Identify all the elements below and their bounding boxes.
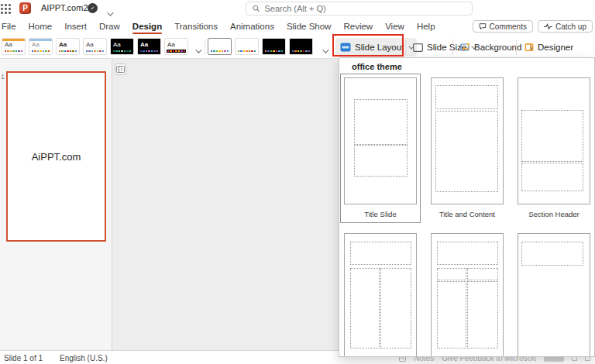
ribbon-divider	[205, 39, 205, 55]
variants-gallery	[208, 38, 313, 55]
background-label: Background	[474, 43, 521, 52]
theme-aa-sample: Aa	[167, 41, 175, 48]
collapse-pane-icon	[116, 66, 125, 73]
theme-color-dots	[264, 50, 284, 53]
theme-theme-7[interactable]: Aa	[164, 38, 188, 55]
placeholder-box	[521, 163, 583, 191]
theme-color-dots	[210, 50, 229, 53]
slide-thumbnails-pane: 1 AiPPT.com	[0, 59, 112, 350]
search-box[interactable]	[246, 2, 473, 15]
language-label[interactable]: English (U.S.)	[60, 354, 108, 362]
theme-color-dots	[167, 50, 186, 53]
placeholder-box	[354, 145, 408, 177]
theme-aa-sample: Aa	[59, 41, 67, 48]
ribbon-divider	[516, 39, 517, 55]
slide-size-icon	[413, 43, 423, 52]
layout-thumbnail	[344, 77, 417, 204]
placeholder-box	[435, 111, 498, 192]
theme-theme-5[interactable]: Aa	[110, 38, 134, 55]
saved-status-icon[interactable]: ✓	[88, 3, 98, 13]
layout-option-title-and-content[interactable]: Title and Content	[427, 74, 507, 223]
placeholder-box	[437, 281, 467, 349]
designer-label: Designer	[538, 43, 573, 52]
menu-tab-insert[interactable]: Insert	[58, 17, 93, 35]
slide-number: 1	[1, 73, 5, 81]
placeholder-box	[521, 242, 583, 266]
variant-variant-2[interactable]	[235, 38, 259, 55]
menu-tab-transitions[interactable]: Transitions	[168, 17, 224, 35]
theme-aa-sample: Aa	[5, 41, 12, 48]
ribbon-divider	[452, 39, 453, 55]
menu-tab-review[interactable]: Review	[337, 17, 379, 35]
ribbon-divider	[405, 39, 406, 55]
collapse-pane-button[interactable]	[115, 64, 126, 75]
catch-up-button[interactable]: Catch up	[538, 20, 593, 33]
layout-option-comparison[interactable]: Comparison	[427, 229, 507, 357]
menu-bar: FileHomeInsertDrawDesignTransitionsAnima…	[0, 17, 595, 35]
menu-tabs: FileHomeInsertDrawDesignTransitionsAnima…	[0, 17, 442, 35]
title-bar: P AIPPT.com2 ✓	[0, 0, 595, 17]
menu-tab-design[interactable]: Design	[126, 17, 168, 35]
status-left: Slide 1 of 1 English (U.S.)	[4, 354, 108, 362]
layout-label: Section Header	[514, 209, 593, 219]
search-icon	[253, 5, 260, 12]
theme-color-dots	[4, 50, 23, 53]
placeholder-box	[467, 281, 498, 349]
placeholder-box	[350, 242, 411, 266]
powerpoint-app-icon[interactable]: P	[19, 2, 31, 14]
theme-color-dots	[85, 50, 105, 53]
search-input[interactable]	[264, 4, 466, 13]
layout-thumbnail	[431, 233, 504, 357]
app-launcher-icon[interactable]	[1, 4, 11, 14]
comments-label: Comments	[490, 22, 527, 31]
layout-thumbnail	[431, 77, 504, 204]
theme-color-dots	[31, 50, 50, 53]
menu-tab-home[interactable]: Home	[22, 17, 59, 35]
comments-button[interactable]: Comments	[473, 20, 533, 33]
menu-tab-file[interactable]: File	[0, 17, 22, 35]
themes-gallery: AaAaAaAaAaAaAa	[2, 38, 188, 55]
layout-option-two-content[interactable]: Two Content	[340, 229, 421, 357]
variant-variant-3[interactable]	[262, 38, 286, 55]
theme-theme-1[interactable]: Aa	[2, 38, 26, 55]
theme-theme-2[interactable]: Aa	[29, 38, 53, 55]
placeholder-box	[521, 110, 583, 162]
theme-aa-sample: Aa	[32, 41, 40, 48]
themes-more-chevron-icon[interactable]	[195, 43, 200, 57]
menu-tab-draw[interactable]: Draw	[93, 17, 126, 35]
variant-variant-4[interactable]	[289, 38, 313, 55]
slide-thumbnail-1[interactable]: AiPPT.com	[6, 71, 106, 242]
menu-tab-animations[interactable]: Animations	[224, 17, 280, 35]
theme-color-dots	[112, 50, 132, 53]
designer-button[interactable]: Designer	[520, 38, 578, 57]
document-title[interactable]: AIPPT.com2	[41, 3, 88, 12]
variant-variant-1[interactable]	[208, 38, 232, 55]
menu-tab-view[interactable]: View	[379, 17, 411, 35]
placeholder-box	[354, 99, 408, 145]
layout-thumbnail	[518, 233, 590, 357]
theme-theme-4[interactable]: Aa	[83, 38, 107, 55]
layout-option-section-header[interactable]: Section Header	[514, 74, 594, 223]
theme-aa-sample: Aa	[140, 41, 148, 48]
layout-option-title-only[interactable]: Title Only	[514, 229, 594, 357]
slide-count-label: Slide 1 of 1	[4, 354, 43, 362]
layout-option-title-slide[interactable]: Title Slide	[340, 74, 421, 223]
placeholder-box	[437, 268, 467, 280]
layout-thumbnail	[518, 77, 590, 204]
theme-theme-3[interactable]: Aa	[56, 38, 80, 55]
slide-layout-icon	[340, 43, 351, 52]
theme-color-dots	[58, 50, 77, 53]
layout-panel-title: office theme	[352, 62, 402, 71]
designer-icon	[524, 43, 534, 52]
slide-layout-label: Slide Layout	[355, 43, 404, 52]
catch-up-pulse-icon	[544, 23, 552, 30]
menu-tab-help[interactable]: Help	[411, 17, 442, 35]
menubar-right-buttons: Comments Catch up	[473, 20, 593, 33]
slide-layout-dropdown-panel: office theme Title SlideTitle and Conten…	[339, 57, 595, 357]
variants-more-chevron-icon[interactable]	[322, 43, 327, 57]
placeholder-box	[467, 268, 498, 280]
placeholder-box	[350, 268, 380, 349]
menu-tab-slide-show[interactable]: Slide Show	[280, 17, 338, 35]
theme-theme-6[interactable]: Aa	[137, 38, 161, 55]
catch-up-label: Catch up	[555, 22, 586, 31]
